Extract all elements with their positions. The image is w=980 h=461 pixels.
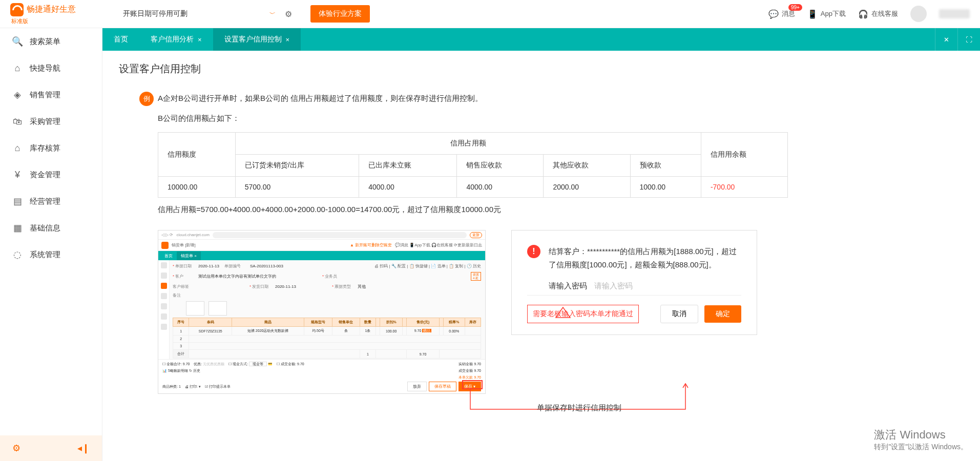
divider: [527, 295, 741, 296]
messages-badge: 99+: [788, 4, 802, 11]
th-credit-used-group: 信用占用额: [235, 133, 701, 155]
td-shipped-unbilled: 4000.00: [359, 177, 457, 198]
message-icon: 💬: [768, 9, 779, 19]
tab-label: 客户信用分析: [151, 35, 194, 44]
tabs-row: 首页 客户信用分析× 设置客户信用控制× ✕ ⛶: [102, 28, 980, 51]
td-credit-limit: 10000.00: [158, 177, 236, 198]
td-prepaid: 1000.00: [630, 177, 701, 198]
sidebar-item-label: 采购管理: [30, 117, 60, 127]
sidebar: 🔍搜索菜单 ⌂快捷导航 ◈销售管理 🛍采购管理 ⌂库存核算 ¥资金管理 ▤经营管…: [0, 28, 102, 461]
password-input[interactable]: 请输入密码: [594, 281, 633, 291]
account-dropdown[interactable]: 开账日期可停用可删 ﹀: [123, 9, 276, 18]
phone-icon: 📱: [807, 9, 818, 19]
mock-refresh: 更新: [470, 232, 482, 238]
dialog-message: 结算客户：***********的信用占用额为[1888.00元]，超过了信用额…: [549, 245, 741, 271]
grid-icon: ▦: [12, 223, 23, 233]
mock-biz-label: 业务员: [322, 274, 343, 279]
sidebar-item-basic[interactable]: ▦基础信息: [0, 215, 102, 241]
support-link[interactable]: 🎧 在线客服: [858, 9, 898, 19]
mock-date-label: 单据日期: [173, 263, 193, 269]
mock-order-screenshot: ◁ ▷ ⟳ cloud.chanjet.com 更新 销货单 [新增] ▲ 新开…: [158, 230, 486, 394]
mock-screenshots-row: ◁ ▷ ⟳ cloud.chanjet.com 更新 销货单 [新增] ▲ 新开…: [158, 230, 943, 394]
fullscreen-icon[interactable]: ⛶: [957, 28, 980, 51]
mock-credit-dialog: ! 结算客户：***********的信用占用额为[1888.00元]，超过了信…: [511, 230, 757, 335]
sidebar-item-operation[interactable]: ▤经营管理: [0, 188, 102, 215]
mock-tab-sale: 销货单 ×: [177, 252, 201, 260]
tab-credit-analysis[interactable]: 客户信用分析×: [139, 28, 213, 51]
tab-label: 首页: [114, 35, 128, 44]
th-shipped-unbilled: 已出库未立账: [359, 155, 457, 177]
th-ordered-unshipped: 已订货未销货/出库: [235, 155, 359, 177]
mock-save-draft-btn: 保存草稿: [429, 382, 456, 391]
topbar: 畅捷通好生意 标准版 开账日期可停用可删 ﹀ ⚙ 体验行业方案 💬 消息 99+…: [0, 0, 980, 28]
mock-url-host: cloud.chanjet.com: [176, 233, 209, 237]
tab-home[interactable]: 首页: [102, 28, 139, 51]
alert-icon: !: [527, 245, 540, 258]
sidebar-item-purchase[interactable]: 🛍采购管理: [0, 108, 102, 135]
sidebar-item-label: 基础信息: [30, 223, 60, 233]
th-other-receivable: 其他应收款: [544, 155, 630, 177]
search-icon: 🔍: [12, 36, 23, 47]
td-other-receivable: 2000.00: [544, 177, 630, 198]
experience-button[interactable]: 体验行业方案: [310, 5, 370, 23]
logo-area: 畅捷通好生意 标准版: [10, 3, 102, 25]
annotation-label: 单据保存时进行信用控制: [537, 403, 621, 413]
mock-abandon-btn: 放弃: [407, 382, 427, 391]
mock-ship-val: 2020-11-13: [275, 284, 296, 289]
mock-save-btn: 保存 ▾: [458, 382, 481, 391]
sidebar-item-label: 搜索菜单: [30, 37, 60, 47]
money-icon: ¥: [12, 170, 23, 180]
mock-type-val: 其他: [358, 284, 366, 289]
doc-icon: ▤: [12, 196, 23, 206]
td-ordered-unshipped: 5700.00: [235, 177, 359, 198]
credit-table: 信用额度 信用占用额 信用用余额 已订货未销货/出库 已出库未立账 销售应收款 …: [158, 132, 788, 198]
collapse-icon[interactable]: ◂❙: [77, 443, 90, 454]
avatar[interactable]: [910, 6, 927, 22]
mock-code-label: 单据编号: [224, 263, 245, 269]
headset-icon: 🎧: [858, 9, 868, 19]
th-credit-balance: 信用用余额: [701, 133, 787, 177]
account-dropdown-label: 开账日期可停用可删: [123, 9, 187, 18]
username-blurred: [939, 9, 970, 18]
example-line-1: 例A企对B公司进行开单时，如果B公司的 信用占用额超过了信用额度，则在保存时进行…: [139, 91, 943, 106]
brand-logo-icon: [10, 3, 24, 16]
sidebar-item-funding[interactable]: ¥资金管理: [0, 161, 102, 188]
gear-icon[interactable]: ⚙: [285, 9, 292, 19]
th-credit-limit: 信用额度: [158, 133, 236, 177]
sidebar-item-quicknav[interactable]: ⌂快捷导航: [0, 55, 102, 81]
messages-label: 消息: [782, 9, 795, 18]
page-body: 设置客户信用控制 例A企对B公司进行开单时，如果B公司的 信用占用额超过了信用额…: [102, 51, 980, 461]
mock-memo-label: 备注: [173, 292, 193, 298]
sync-icon: ◌: [12, 249, 23, 260]
app-download-link[interactable]: 📱 App下载: [807, 9, 846, 19]
example-line-2: B公司的信用额占如下：: [158, 111, 943, 125]
password-label: 请输入密码: [549, 281, 587, 291]
close-all-tabs-icon[interactable]: ✕: [935, 28, 957, 51]
calculation-text: 信用占用额=5700.00+4000.00+4000.00+2000.00-10…: [158, 205, 943, 215]
cancel-button[interactable]: 取消: [660, 305, 698, 323]
sidebar-item-system[interactable]: ◌系统管理: [0, 241, 102, 268]
page-title: 设置客户信用控制: [119, 62, 964, 76]
tag-icon: ◈: [12, 90, 23, 100]
cart-icon: 🛍: [12, 116, 23, 127]
messages-link[interactable]: 💬 消息 99+: [768, 9, 795, 19]
table-row: 10000.00 5700.00 4000.00 4000.00 2000.00…: [158, 177, 788, 198]
home-icon: ⌂: [12, 63, 23, 73]
sidebar-item-label: 资金管理: [30, 170, 60, 180]
close-icon[interactable]: ×: [286, 36, 290, 44]
settings-icon[interactable]: ⚙: [12, 443, 20, 454]
td-credit-balance: -700.00: [701, 177, 787, 198]
warehouse-icon: ⌂: [12, 143, 23, 153]
ok-button[interactable]: 确定: [704, 305, 741, 323]
td-sales-receivable: 4000.00: [457, 177, 544, 198]
sidebar-item-label: 系统管理: [30, 250, 60, 260]
sidebar-item-search[interactable]: 🔍搜索菜单: [0, 28, 102, 55]
close-icon[interactable]: ×: [198, 36, 202, 44]
sidebar-item-sales[interactable]: ◈销售管理: [0, 81, 102, 108]
app-download-label: App下载: [821, 9, 846, 18]
mock-tab-home: 首页: [160, 253, 177, 259]
mock-date-val: 2020-11-13: [198, 264, 219, 268]
mock-order-table: 序号条码商品规格型号销售单位数量折扣%售价(元)税率%库存 1SDF7Z0Z31…: [173, 318, 481, 359]
sidebar-item-inventory[interactable]: ⌂库存核算: [0, 135, 102, 161]
tab-credit-control[interactable]: 设置客户信用控制×: [213, 28, 301, 51]
